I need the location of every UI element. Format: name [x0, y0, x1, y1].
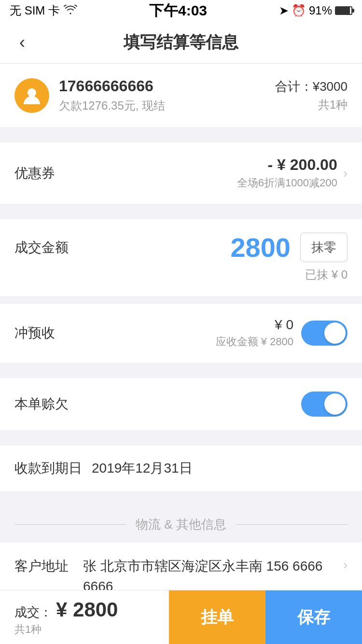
- divider-3: [0, 370, 362, 378]
- logistics-divider: 物流 & 其他信息: [0, 506, 362, 543]
- deal-amount-value: 2800: [230, 234, 291, 261]
- divider-5: [0, 499, 362, 506]
- pre-receipt-row: 冲预收 ¥ 0 应收金额 ¥ 2800: [0, 303, 362, 363]
- customer-info: 17666666666 欠款1276.35元, 现结: [59, 77, 165, 113]
- pending-button[interactable]: 挂单: [169, 590, 265, 644]
- avatar: [14, 78, 49, 113]
- coupon-arrow-icon: ›: [343, 166, 348, 181]
- write-off-label: 本单赊欠: [14, 395, 69, 413]
- wifi-icon: [64, 4, 77, 17]
- save-button[interactable]: 保存: [265, 590, 362, 644]
- divider-1: [0, 135, 362, 142]
- deal-amount-sub: 已抹 ¥ 0: [14, 267, 348, 282]
- bottom-bar: 成交： ¥ 2800 共1种 挂单 保存: [0, 590, 362, 644]
- pre-receipt-amount-sub: 应收金额 ¥ 2800: [216, 335, 293, 349]
- due-date-label: 收款到期日: [14, 459, 82, 477]
- pre-receipt-amount-main: ¥ 0: [216, 317, 293, 333]
- pre-receipt-right: ¥ 0 应收金额 ¥ 2800: [216, 317, 348, 349]
- customer-left: 17666666666 欠款1276.35元, 现结: [14, 77, 165, 113]
- total-amount: 合计：¥3000: [275, 78, 348, 95]
- nav-bar: ‹ 填写结算等信息: [0, 21, 362, 64]
- bottom-summary: 成交： ¥ 2800 共1种: [0, 598, 169, 637]
- logistics-label: 物流 & 其他信息: [126, 516, 236, 533]
- pre-receipt-amount: ¥ 0 应收金额 ¥ 2800: [216, 317, 293, 349]
- coupon-row[interactable]: 优惠券 - ¥ 200.00 全场6折满1000减200 ›: [0, 142, 362, 204]
- battery-text: 91%: [309, 4, 332, 17]
- status-right: ➤ ⏰ 91%: [279, 4, 352, 17]
- time-display: 下午4:03: [149, 1, 207, 21]
- deal-amount-row: 成交金额 2800 抹零: [14, 233, 348, 262]
- svg-point-0: [28, 88, 36, 97]
- due-date-row: 收款到期日 2019年12月31日: [14, 459, 348, 477]
- carrier-text: 无 SIM 卡: [10, 3, 60, 18]
- bottom-deal-row: 成交： ¥ 2800: [14, 598, 154, 621]
- due-date-value: 2019年12月31日: [92, 459, 193, 477]
- item-count: 共1种: [275, 97, 348, 112]
- bottom-deal-amount: ¥ 2800: [56, 598, 118, 621]
- write-off-toggle[interactable]: [301, 392, 348, 417]
- battery-icon: [335, 6, 352, 15]
- status-bar: 无 SIM 卡 下午4:03 ➤ ⏰ 91%: [0, 0, 362, 21]
- write-off-section: 本单赊欠: [0, 378, 362, 430]
- back-button[interactable]: ‹: [14, 28, 30, 57]
- pre-receipt-label: 冲预收: [14, 324, 55, 342]
- divider-2: [0, 211, 362, 219]
- coupon-section: 优惠券 - ¥ 200.00 全场6折满1000减200 ›: [0, 142, 362, 204]
- bottom-deal-label: 成交：: [14, 604, 52, 621]
- main-content: 17666666666 欠款1276.35元, 现结 合计：¥3000 共1种 …: [0, 64, 362, 644]
- address-arrow-icon: ›: [343, 557, 348, 573]
- coupon-label: 优惠券: [14, 164, 55, 182]
- logistics-line-left: [14, 524, 126, 525]
- customer-card: 17666666666 欠款1276.35元, 现结 合计：¥3000 共1种: [0, 64, 362, 127]
- due-date-section: 收款到期日 2019年12月31日: [0, 446, 362, 491]
- customer-debt: 欠款1276.35元, 现结: [59, 98, 165, 113]
- address-label: 客户地址: [14, 557, 69, 575]
- page-title: 填写结算等信息: [124, 31, 238, 54]
- deal-amount-right: 2800 抹零: [230, 233, 348, 262]
- divider-4: [0, 438, 362, 446]
- coupon-value: - ¥ 200.00: [237, 156, 337, 174]
- round-zero-button[interactable]: 抹零: [300, 233, 348, 262]
- deal-amount-section: 成交金额 2800 抹零 已抹 ¥ 0: [0, 219, 362, 296]
- logistics-line-right: [236, 524, 348, 525]
- coupon-sub: 全场6折满1000减200: [237, 176, 337, 190]
- customer-phone: 17666666666: [59, 77, 165, 95]
- location-icon: ➤: [279, 4, 289, 17]
- bottom-deal-count: 共1种: [14, 622, 154, 637]
- customer-total: 合计：¥3000 共1种: [275, 78, 348, 112]
- deal-amount-label: 成交金额: [14, 238, 69, 257]
- pre-receipt-toggle[interactable]: [301, 321, 348, 346]
- alarm-icon: ⏰: [292, 4, 306, 17]
- status-left: 无 SIM 卡: [10, 3, 77, 18]
